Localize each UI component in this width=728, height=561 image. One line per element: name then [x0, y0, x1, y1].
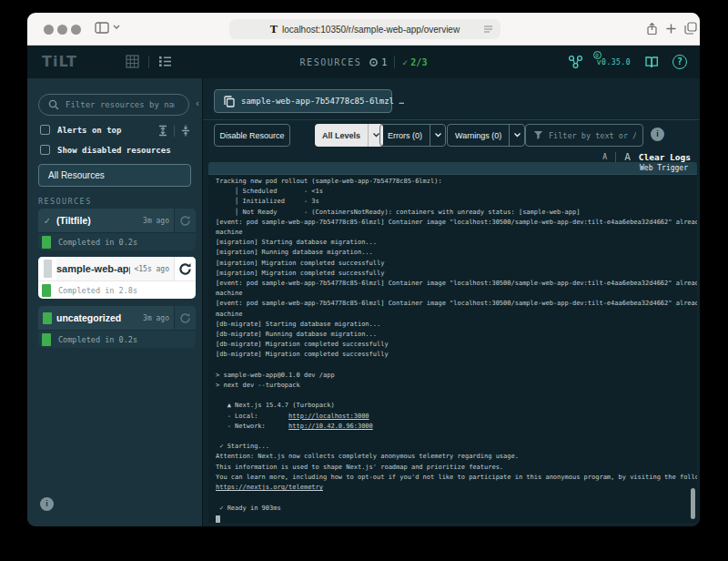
web-trigger-label[interactable]: Web Trigger: [640, 164, 688, 172]
filter-info-icon[interactable]: i: [651, 128, 664, 141]
log-link[interactable]: http://localhost:3000: [288, 413, 369, 420]
log-line: [216, 391, 690, 401]
log-line: [216, 493, 690, 503]
log-link[interactable]: http://10.42.0.96:3000: [288, 423, 373, 430]
errors-dropdown[interactable]: Errors (0): [379, 124, 446, 147]
url-text: localhost:10350/r/sample-web-app/overvie…: [282, 25, 460, 35]
update-badge: 0: [593, 51, 602, 59]
collapse-all-icon[interactable]: [180, 125, 191, 137]
log-line: > sample-web-app@0.1.0 dev /app: [216, 371, 690, 381]
healthy-status: ✓2/3: [402, 57, 427, 67]
copy-icon: [224, 96, 235, 107]
funnel-icon: [533, 130, 543, 140]
resource-item-tiltfile[interactable]: ✓ (Tiltfile) 3m ago Completed in 0.2s: [38, 209, 196, 250]
font-size-divider: [615, 152, 616, 162]
resource-filter-input[interactable]: [66, 100, 175, 109]
desktop: T localhost:10350/r/sample-web-app/overv…: [0, 0, 728, 561]
chevron-down-icon[interactable]: [113, 25, 120, 30]
log-line: - Local: http://localhost:3000: [216, 412, 690, 422]
log-line: machine: [216, 310, 690, 320]
log-line: │ Scheduled - <1s: [216, 187, 690, 197]
cluster-icon[interactable]: [568, 55, 583, 69]
font-size-decrease-button[interactable]: A: [602, 153, 607, 161]
tab-overview-icon[interactable]: [684, 22, 697, 35]
log-line: [216, 361, 690, 371]
resources-heading: RESOURCES: [38, 197, 92, 206]
browser-window: T localhost:10350/r/sample-web-app/overv…: [27, 13, 700, 526]
warnings-dropdown[interactable]: Warnings (0): [447, 124, 525, 147]
log-line: Tracking new pod rollout (sample-web-app…: [216, 177, 690, 187]
help-icon[interactable]: ?: [672, 55, 687, 69]
log-link[interactable]: https://nextjs.org/telemetry: [216, 484, 323, 491]
log-scrollbar-thumb[interactable]: [691, 488, 695, 519]
trigger-update-button[interactable]: [174, 209, 196, 232]
info-icon[interactable]: i: [40, 497, 54, 511]
resource-name: uncategorized: [56, 312, 139, 323]
log-line: [migration] Running database migration..…: [216, 248, 690, 258]
show-disabled-checkbox[interactable]: [40, 145, 50, 155]
docs-book-icon[interactable]: [644, 56, 659, 69]
status-pending-bar: [44, 260, 52, 278]
status-ok-icon: ✓: [44, 216, 51, 226]
log-line: https://nextjs.org/telemetry: [216, 483, 690, 493]
sidebar-collapse-chevron[interactable]: ‹: [195, 98, 200, 108]
resource-item-uncategorized[interactable]: uncategorized 3m ago Completed in 0.2s: [38, 306, 196, 348]
status-green-bar: [42, 284, 51, 297]
zoom-window-button[interactable]: [71, 25, 81, 35]
resource-filter[interactable]: [38, 94, 189, 116]
resource-item-sample-web-app[interactable]: sample-web-app <15s ago Completed in 2.8…: [38, 257, 196, 299]
log-line: [event: pod sample-web-app-7b54778c85-6l…: [216, 299, 690, 309]
sidebar-toggle-icon[interactable]: [95, 22, 109, 34]
version-label[interactable]: 0 v0.35.0: [597, 58, 631, 66]
log-line: [migration] Starting database migration.…: [216, 238, 690, 248]
pod-id-copy-button[interactable]: sample-web-app-7b54778c85-6lmzl …: [214, 89, 392, 113]
disable-resource-button[interactable]: Disable Resource: [214, 124, 290, 147]
log-line: You can learn more, including how to opt…: [216, 473, 690, 483]
log-lines: Tracking new pod rollout (sample-web-app…: [208, 175, 697, 523]
status-green-bar: [43, 312, 52, 324]
alerts-on-top-checkbox[interactable]: [40, 125, 50, 135]
log-line: [migration] Migration completed successf…: [216, 269, 690, 279]
log-line: ▲ Next.js 15.4.7 (Turbopack): [216, 401, 690, 411]
log-line: [event: pod sample-web-app-7b54778c85-6l…: [216, 279, 690, 289]
log-filter[interactable]: [525, 124, 643, 147]
log-view: sample-web-app-7b54778c85-6lmzl … Disabl…: [202, 78, 700, 526]
expand-all-icon[interactable]: [157, 125, 168, 137]
log-line: [migration] Migration completed successf…: [216, 259, 690, 269]
clear-logs-button[interactable]: Clear Logs: [639, 152, 691, 162]
log-line: [db-migrate] Starting database migration…: [216, 320, 690, 330]
log-line: Attention: Next.js now collects complete…: [216, 452, 690, 462]
log-line: This information is used to shape Next.j…: [216, 463, 690, 473]
status-green-bar: [42, 333, 51, 346]
log-line: [db-migrate] Running database migration.…: [216, 330, 690, 340]
pending-icon: [369, 57, 379, 67]
resource-status: Completed in 0.2s: [58, 238, 137, 247]
log-filter-input[interactable]: [549, 131, 636, 140]
log-line: > next dev --turbopack: [216, 381, 690, 391]
trigger-update-button[interactable]: [174, 257, 196, 280]
resource-time: 3m ago: [143, 217, 169, 225]
resource-status: Completed in 0.2s: [58, 335, 137, 344]
all-resources-button[interactable]: All Resources: [38, 164, 191, 187]
log-line: machine: [216, 228, 690, 238]
log-line: ✓ Starting...: [216, 442, 690, 452]
sidebar: ‹ Alerts on top Show disabled: [27, 78, 202, 526]
address-bar[interactable]: T localhost:10350/r/sample-web-app/overv…: [229, 19, 500, 39]
chevron-down-icon: [509, 125, 524, 146]
close-window-button[interactable]: [44, 25, 54, 35]
log-line: │ Not Ready - (ContainersNotReady): cont…: [216, 208, 690, 218]
all-levels-dropdown[interactable]: All Levels: [315, 124, 383, 147]
log-pane-header: Web Trigger: [208, 162, 697, 175]
show-disabled-row: Show disabled resources: [40, 145, 171, 155]
status-green-bar: [42, 236, 51, 249]
log-line: machine: [216, 289, 690, 299]
pending-status: 1: [369, 57, 387, 67]
resource-time: <15s ago: [134, 265, 169, 273]
reader-icon[interactable]: [483, 24, 493, 34]
new-tab-icon[interactable]: [666, 24, 676, 34]
log-line: [db-migrate] Migration completed success…: [216, 350, 690, 360]
share-icon[interactable]: [646, 22, 658, 36]
minimize-window-button[interactable]: [57, 25, 67, 35]
log-line: [event: pod sample-web-app-7b54778c85-6l…: [216, 218, 690, 228]
trigger-update-button[interactable]: [174, 306, 196, 330]
